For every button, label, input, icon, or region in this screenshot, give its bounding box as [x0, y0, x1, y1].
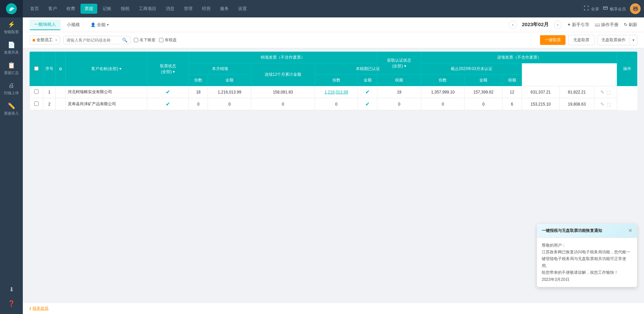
edit-icon: ✏️ [8, 102, 15, 110]
nav-tax[interactable]: 报税 [117, 4, 133, 14]
cell-cert-status: ✔ [358, 86, 377, 98]
topnav-right: 全屏 畅享会员 🐻 [584, 3, 641, 14]
date-prev-btn[interactable]: ‹ [509, 21, 517, 29]
nav-invoice[interactable]: 票据 [80, 4, 97, 14]
fullscreen-btn[interactable]: 全屏 [584, 6, 599, 12]
nav-billing[interactable]: 收费 [62, 4, 79, 14]
cert-status-icon: ✔ [365, 101, 370, 107]
sidebar-item-smart-fetch[interactable]: ⚡ 智能取票 [0, 17, 23, 38]
notification-title: 一键报税与无盘取票功能恢复通知 [542, 228, 602, 234]
footer-text[interactable]: 税务政策 [33, 306, 49, 311]
refresh-btn[interactable]: ↻ 刷新 [624, 22, 637, 28]
th-sales-count: 份数 [189, 75, 208, 86]
cell-sales-tax: 0 [251, 98, 315, 110]
tab-label: 一般纳税人 [34, 21, 56, 27]
lightning-icon: ⚡ [8, 21, 15, 28]
printer-icon: 🖨 [8, 82, 14, 89]
new-guide-btn[interactable]: ✦ 新手引导 [567, 22, 589, 28]
no-disk-ops-split: 无盘取票操作 ▾ [597, 35, 637, 45]
nav-customer[interactable]: 客户 [44, 4, 61, 14]
tab-bar-right: ‹ 2023年02月 › ✦ 新手引导 📖 操作手册 ↻ 刷新 [509, 21, 637, 29]
sidebar-item-invoice-summary[interactable]: 📋 票据汇总 [0, 58, 23, 79]
notification-line: 键登陆电子税务局与无盘取票相关功能可正常使 [542, 255, 632, 262]
row-checkbox[interactable] [34, 89, 39, 94]
no-disk-ops-dropdown-btn[interactable]: ▾ [630, 36, 637, 44]
subscribed-checkbox-label[interactable]: 名下账套 [134, 37, 156, 43]
chevron-down-icon: ▾ [107, 23, 109, 26]
row-checkbox[interactable] [34, 102, 39, 106]
tab-all[interactable]: 👤 全能 ▾ [86, 20, 113, 30]
tab-general-taxpayer[interactable]: 一般纳税人 [30, 19, 61, 30]
nav-business[interactable]: 工商项目 [135, 4, 160, 14]
th-action: 操作 [617, 52, 637, 86]
cell-action: ✎ ⬚ [594, 98, 617, 110]
date-next-btn[interactable]: › [554, 21, 562, 29]
nav-operation[interactable]: 经营 [198, 4, 215, 14]
cumulative-link[interactable]: 1,216,013.99 [325, 90, 348, 95]
edit-action-icon[interactable]: ✎ [600, 102, 604, 107]
view-action-icon[interactable]: ⬚ [606, 102, 611, 107]
sidebar-item-label: 票据录入 [4, 111, 19, 116]
view-action-icon[interactable]: ⬚ [606, 89, 611, 95]
avatar[interactable]: 🐻 [630, 3, 641, 14]
table-row: 2 灵寿县尚泽矿产品有限公司 ✔ 0 0 0 0 ✔ 0 0 0 6 153,2… [30, 98, 637, 110]
taxed-checkbox-label[interactable]: 有税盘 [159, 37, 177, 43]
nav-manage[interactable]: 管理 [180, 4, 197, 14]
sidebar-item-download[interactable]: ⬇ [0, 282, 23, 297]
sidebar-item-label: 票据汇总 [4, 70, 19, 75]
sidebar-item-label: 扫描上传 [4, 90, 19, 96]
action-icons: ✎ ⬚ [596, 89, 615, 95]
edit-action-icon[interactable]: ✎ [600, 89, 604, 95]
nav-service[interactable]: 服务 [216, 4, 233, 14]
th-checkbox [30, 52, 43, 86]
th-fetch-status: 取票状态(全部) ▾ [147, 52, 189, 86]
sidebar-item-scan-upload[interactable]: 🖨 扫描上传 [0, 79, 23, 99]
clipboard-icon: 📋 [8, 62, 15, 69]
cell-sales-amount: 1,216,013.99 [208, 86, 251, 98]
cell-uncertified-count: 6 [502, 98, 522, 110]
employee-select[interactable]: 全部员工 ▾ [30, 36, 60, 45]
taxed-checkbox[interactable] [159, 38, 163, 42]
nav-accounting[interactable]: 记账 [99, 4, 115, 14]
cell-action: ✎ ⬚ [594, 86, 617, 98]
subscribed-checkbox[interactable] [134, 38, 138, 42]
date-navigator: ‹ 2023年02月 › [509, 21, 562, 29]
nav-message[interactable]: 消息 [162, 4, 178, 14]
no-disk-ops-main-btn[interactable]: 无盘取票操作 [597, 35, 630, 45]
fetch-status-icon: ✔ [166, 89, 170, 95]
select-all-checkbox[interactable] [34, 66, 39, 71]
notification-line: 江苏政务网已恢复访问电子税务局功能，您代账一 [542, 249, 632, 255]
cell-sales-count: 0 [189, 98, 208, 110]
chevron-down-icon: ▾ [55, 38, 57, 42]
th-sales-invoice: 销项发票（不含作废票） [189, 52, 377, 63]
th-certified-amount: 金额 [358, 75, 377, 86]
search-input[interactable] [66, 38, 120, 43]
search-icon[interactable]: 🔍 [122, 38, 127, 43]
th-cumulative: 连续12个月累计金额 [251, 63, 315, 86]
nav-settings[interactable]: 设置 [234, 4, 251, 14]
no-disk-fetch-btn[interactable]: 无盘取票 [568, 35, 594, 45]
sidebar-item-help[interactable]: ❓ [0, 297, 23, 311]
notification-close-btn[interactable]: ✕ [628, 228, 632, 233]
tab-small-scale[interactable]: 小规模 [62, 20, 85, 30]
toolbar-right: 一键取票 无盘取票 无盘取票操作 ▾ [540, 35, 637, 45]
one-click-fetch-btn[interactable]: 一键取票 [540, 35, 566, 45]
th-customer: 客户名称(全部) ▾ [66, 52, 147, 86]
sidebar-item-invoice-entry[interactable]: ✏️ 票据录入 [0, 99, 23, 119]
manual-btn[interactable]: 📖 操作手册 [595, 22, 619, 28]
sidebar-logo[interactable] [0, 0, 23, 17]
date-display: 2023年02月 [520, 21, 550, 28]
cell-uncertified-tax: 19,808.63 [559, 98, 594, 110]
sidebar-bottom: ⬇ ❓ [0, 282, 23, 314]
notification-line: 尊敬的用户： [542, 242, 632, 249]
member-btn[interactable]: 畅享会员 [603, 6, 626, 12]
th-uncertified-before: 截止2023年03月未认证 [421, 63, 522, 75]
nav-home[interactable]: 首页 [26, 4, 43, 14]
footer: ℹ 税务政策 [23, 303, 644, 314]
cell-customer: 灵寿县尚泽矿产品有限公司 [66, 98, 147, 110]
th-num: 序号 [43, 52, 56, 86]
notification-line: 用。 [542, 262, 632, 269]
sidebar-item-invoice-open[interactable]: 📄 发票开具 [0, 38, 23, 58]
refresh-icon: ↻ [624, 22, 628, 27]
invoice-table: 序号 ⚙ 客户名称(全部) ▾ 取票状态(全部) ▾ 销项发票（不含作废票） 获… [30, 52, 637, 110]
